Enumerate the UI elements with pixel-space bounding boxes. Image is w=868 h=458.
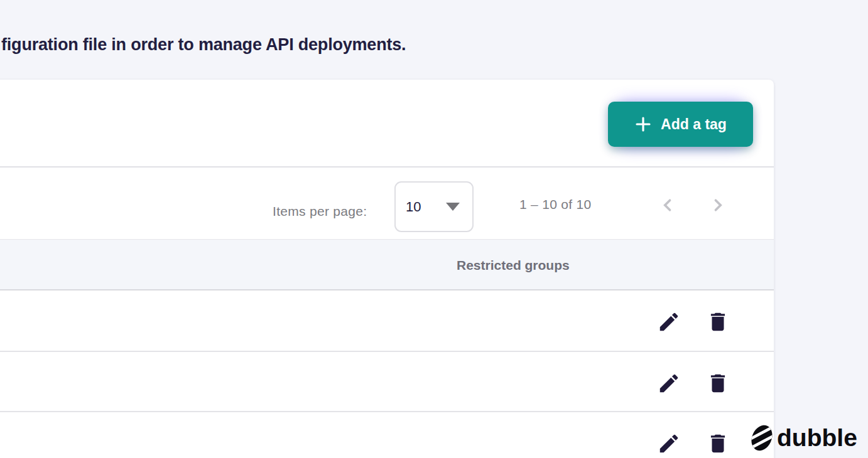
- delete-icon: [706, 310, 730, 334]
- add-tag-button[interactable]: Add a tag: [608, 102, 753, 147]
- edit-button[interactable]: [657, 432, 681, 455]
- chevron-left-icon: [657, 194, 678, 216]
- screen: figuration file in order to manage API d…: [0, 0, 868, 458]
- edit-icon: [657, 371, 681, 395]
- delete-button[interactable]: [706, 310, 730, 334]
- page-size-value: 10: [406, 199, 421, 215]
- previous-page-button[interactable]: [657, 194, 678, 216]
- card-header-divider: [0, 166, 774, 168]
- dropdown-caret-icon: [446, 203, 460, 211]
- table-row: [0, 412, 774, 458]
- table-row: [0, 352, 774, 412]
- delete-icon: [706, 371, 730, 395]
- dubble-brand-text: dubble: [777, 424, 857, 452]
- dubble-logo-icon: [750, 422, 774, 454]
- paginator-range-label: 1 – 10 of 10: [519, 197, 592, 212]
- table-row: [0, 290, 774, 352]
- add-tag-label: Add a tag: [661, 116, 727, 133]
- edit-icon: [657, 432, 681, 455]
- items-per-page-label: Items per page:: [273, 204, 367, 219]
- page-description: figuration file in order to manage API d…: [1, 35, 406, 55]
- dubble-watermark: dubble: [750, 422, 857, 454]
- delete-button[interactable]: [706, 432, 730, 455]
- page-size-select[interactable]: 10: [394, 181, 474, 232]
- edit-button[interactable]: [657, 371, 681, 395]
- delete-button[interactable]: [706, 371, 730, 395]
- chevron-right-icon: [707, 194, 729, 216]
- column-header-restricted-groups: Restricted groups: [457, 258, 570, 273]
- edit-button[interactable]: [657, 310, 681, 334]
- next-page-button[interactable]: [707, 194, 729, 216]
- plus-icon: [634, 115, 652, 133]
- edit-icon: [657, 310, 681, 334]
- delete-icon: [706, 432, 730, 455]
- table-header-row: Restricted groups: [0, 239, 774, 290]
